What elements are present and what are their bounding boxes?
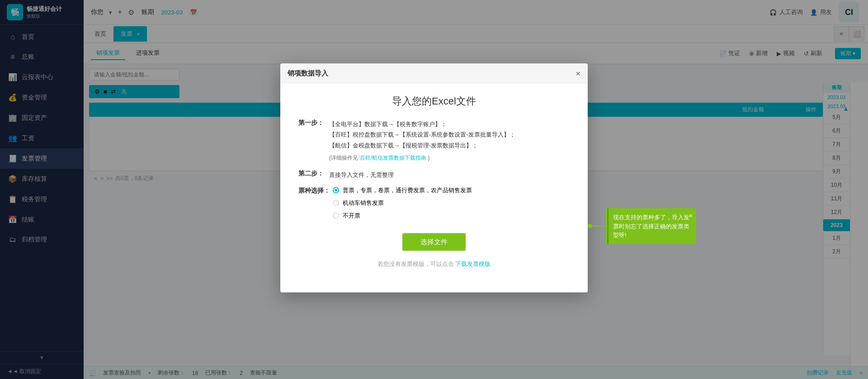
- radio-row-1[interactable]: 普票，专票，卷票，通行费发票，农产品销售发票: [333, 186, 472, 194]
- ticket-select: 票种选择： 普票，专票，卷票，通行费发票，农产品销售发票 机动车销售发票 不开票: [298, 186, 570, 224]
- step1-line3: 【航信】金税盘数据下载→【报税管理-发票数据导出】；: [329, 140, 515, 150]
- step2-label: 第二步：: [298, 169, 324, 180]
- step2-content: 直接导入文件，无需整理: [329, 169, 394, 180]
- step1-note-before: (详细操作见: [329, 155, 358, 161]
- step1-link[interactable]: 百旺/航信发票数据下载指南: [360, 155, 426, 161]
- ticket-label: 票种选择：: [298, 186, 330, 195]
- tooltip-text: 现在支持的票种多了，导入发票时别忘了选择正确的发票类型呀!: [613, 214, 689, 238]
- step1-line2: 【百旺】税控盘数据下载→【系统设置-系统参数设置-发票批量导入】；: [329, 129, 515, 140]
- dialog-header: 销项数据导入 ×: [280, 64, 588, 84]
- radio-2[interactable]: [333, 200, 339, 206]
- radio-1[interactable]: [333, 187, 339, 194]
- radio-label-1: 普票，专票，卷票，通行费发票，农产品销售发票: [343, 186, 472, 194]
- select-file-btn[interactable]: 选择文件: [402, 233, 466, 251]
- tooltip-dot: [588, 224, 592, 228]
- step1-label: 第一步：: [298, 119, 324, 163]
- download-note-text: 若您没有发票模版，可以点击: [377, 261, 454, 267]
- download-note: 若您没有发票模版，可以点击 下载发票模版: [298, 260, 570, 268]
- dialog-body: 导入您的Excel文件 第一步： 【全电平台】数据下载→【税务数字账户】； 【百…: [280, 84, 588, 279]
- download-template-link[interactable]: 下载发票模版: [455, 261, 491, 267]
- dialog-close-btn[interactable]: ×: [576, 69, 580, 77]
- dialog-title: 销项数据导入: [288, 69, 328, 78]
- step1-note: (详细操作见 百旺/航信发票数据下载指南 ): [329, 152, 515, 163]
- ticket-options: 普票，专票，卷票，通行费发票，农产品销售发票 机动车销售发票 不开票: [333, 186, 472, 224]
- tooltip-bubble: × 现在支持的票种多了，导入发票时别忘了选择正确的发票类型呀!: [606, 208, 696, 244]
- import-dialog: 销项数据导入 × 导入您的Excel文件 第一步： 【全电平台】数据下载→【税务…: [280, 64, 588, 293]
- tooltip-line: [592, 226, 606, 227]
- tooltip-container: × 现在支持的票种多了，导入发票时别忘了选择正确的发票类型呀!: [588, 208, 696, 244]
- radio-row-3[interactable]: 不开票: [333, 212, 472, 220]
- tooltip-close-btn[interactable]: ×: [689, 211, 693, 221]
- step1-row: 第一步： 【全电平台】数据下载→【税务数字账户】； 【百旺】税控盘数据下载→【系…: [298, 119, 570, 163]
- dialog-main-title: 导入您的Excel文件: [298, 95, 570, 108]
- radio-row-2[interactable]: 机动车销售发票: [333, 199, 472, 207]
- radio-label-3: 不开票: [343, 212, 360, 220]
- tooltip-bar: [607, 208, 609, 244]
- radio-3[interactable]: [333, 213, 339, 219]
- step1-note-after: ): [428, 155, 430, 161]
- step2-row: 第二步： 直接导入文件，无需整理: [298, 169, 570, 180]
- step1-content: 【全电平台】数据下载→【税务数字账户】； 【百旺】税控盘数据下载→【系统设置-系…: [329, 119, 515, 163]
- radio-label-2: 机动车销售发票: [343, 199, 384, 207]
- step1-line1: 【全电平台】数据下载→【税务数字账户】；: [329, 119, 515, 129]
